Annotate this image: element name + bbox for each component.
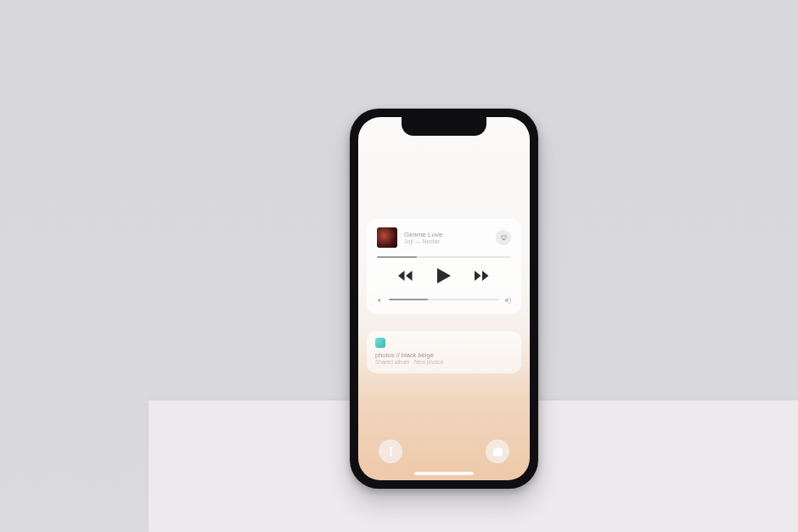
notification-body: Shared album · New photos (375, 359, 513, 365)
airplay-button[interactable] (496, 230, 511, 245)
volume-row (377, 292, 511, 307)
music-header: Gimme Love Joji — Nectar (377, 227, 511, 248)
notification-card[interactable]: photos // black beige Shared album · New… (367, 331, 521, 373)
camera-icon (492, 446, 503, 457)
notification-title: photos // black beige (375, 351, 513, 359)
track-title: Gimme Love (404, 231, 489, 238)
track-artist: Joji — Nectar (404, 238, 489, 244)
play-button[interactable] (437, 268, 451, 283)
progress-fill (377, 256, 417, 258)
camera-button[interactable] (486, 440, 509, 463)
volume-low-icon (377, 292, 384, 307)
play-icon (437, 268, 451, 283)
previous-button[interactable] (398, 271, 413, 281)
clock-area (358, 151, 530, 153)
notch (402, 117, 486, 136)
flashlight-button[interactable] (379, 440, 402, 463)
next-track-icon (475, 271, 490, 281)
progress-bar[interactable] (377, 256, 511, 258)
notification-app-icon (375, 338, 385, 348)
home-indicator[interactable] (414, 472, 474, 475)
media-controls (377, 268, 511, 283)
previous-track-icon (398, 271, 413, 281)
track-meta: Gimme Love Joji — Nectar (404, 231, 489, 244)
volume-fill (389, 299, 428, 300)
bottom-actions (358, 440, 530, 463)
album-art (377, 227, 397, 248)
lock-screen: Gimme Love Joji — Nectar (358, 117, 530, 480)
music-widget[interactable]: Gimme Love Joji — Nectar (367, 219, 521, 314)
flashlight-icon (385, 446, 396, 457)
phone-frame: Gimme Love Joji — Nectar (350, 109, 538, 489)
volume-slider[interactable] (389, 299, 499, 300)
next-button[interactable] (475, 271, 490, 281)
airplay-icon (500, 234, 508, 242)
volume-high-icon (504, 292, 511, 307)
